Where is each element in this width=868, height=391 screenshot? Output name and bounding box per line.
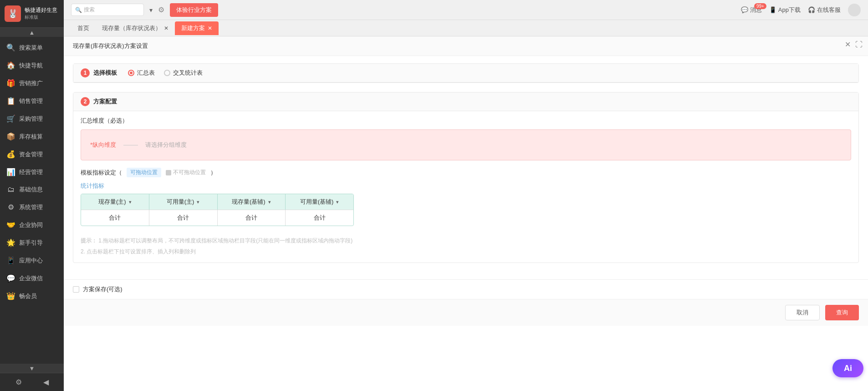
- tabs-bar: 首页 现存量（库存状况表） ✕ 新建方案 ✕: [64, 20, 868, 36]
- sidebar-scroll-up[interactable]: ▲: [0, 28, 64, 37]
- sidebar-item-label: 销售管理: [19, 97, 43, 105]
- stat-col-0[interactable]: 现存量(主) ▾: [81, 194, 149, 210]
- home-icon: 🏠: [6, 61, 15, 70]
- logo-icon: 🐰: [5, 5, 21, 22]
- step1-block: 1 选择模板 汇总表 交叉统计表: [73, 63, 859, 83]
- purchase-icon: 🛒: [6, 114, 15, 123]
- stat-cell-0: 合计: [81, 210, 149, 226]
- message-button[interactable]: 💬 消息 99+: [741, 6, 762, 14]
- message-icon: 💬: [741, 6, 748, 13]
- search-menu-icon: 🔍: [6, 43, 15, 52]
- logo-text: 畅捷通好生意: [25, 7, 57, 14]
- topbar-dropdown-icon[interactable]: ▾: [149, 6, 153, 14]
- stat-cell-2: 合计: [218, 210, 286, 226]
- sidebar-item-label: 新手引导: [19, 239, 43, 247]
- step2-title: 方案配置: [93, 98, 117, 106]
- sidebar-item-wechat[interactable]: 💬 企业微信: [0, 269, 64, 287]
- sidebar-item-quick-nav[interactable]: 🏠 快捷导航: [0, 57, 64, 74]
- sidebar-item-label: 资金管理: [19, 150, 43, 159]
- close-panel-button[interactable]: ✕: [845, 40, 851, 49]
- step1-title: 选择模板: [93, 69, 117, 77]
- sales-icon: 📋: [6, 97, 15, 105]
- tab-close-inventory[interactable]: ✕: [164, 25, 168, 31]
- sidebar-item-marketing[interactable]: 🎁 营销推广: [0, 74, 64, 92]
- finance-icon: 💰: [6, 150, 15, 159]
- basic-info-icon: 🗂: [6, 185, 15, 194]
- metrics-config-row: 模板指标设定（ 可拖动位置 不可拖动位置 ）: [81, 168, 851, 177]
- stat-cell-3: 合计: [286, 210, 353, 226]
- sidebar-item-finance[interactable]: 💰 资金管理: [0, 145, 64, 163]
- sidebar-nav: 🔍 搜索菜单 🏠 快捷导航 🎁 营销推广 📋 销售管理 🛒 采购管理 📦 库存核…: [0, 37, 64, 364]
- service-button[interactable]: 🎧 在线客服: [808, 6, 841, 14]
- logo-badge: 标准版: [25, 14, 57, 21]
- system-icon: ⚙: [6, 203, 15, 211]
- sidebar-item-label: 快捷导航: [19, 62, 43, 70]
- gift-icon: 🎁: [6, 79, 15, 87]
- tip-label: 提示： 1.拖动标题栏可以调整布局，不可跨维度或指标区域拖动栏目字段(只能在同一…: [81, 235, 851, 246]
- radio-crosstab[interactable]: 交叉统计表: [164, 69, 203, 77]
- sidebar-item-newbie[interactable]: 🌟 新手引导: [0, 234, 64, 252]
- radio-dot-crosstab: [164, 70, 170, 76]
- collapse-icon[interactable]: ◀: [43, 378, 49, 386]
- expand-panel-button[interactable]: ⛶: [855, 41, 863, 49]
- stat-col-3[interactable]: 可用量(基辅) ▾: [286, 194, 353, 210]
- sidebar-item-system[interactable]: ⚙ 系统管理: [0, 198, 64, 216]
- sidebar-item-label: 搜索菜单: [19, 44, 43, 52]
- sidebar-item-inventory[interactable]: 📦 库存核算: [0, 128, 64, 145]
- step2-block: 2 方案配置 汇总维度（必选） *纵向维度 —— 请选择分组维度: [73, 92, 859, 263]
- topbar-gear-icon[interactable]: ⚙: [158, 5, 164, 14]
- topbar-right: 💬 消息 99+ 📱 App下载 🎧 在线客服: [741, 4, 861, 16]
- sidebar-item-member[interactable]: 👑 畅会员: [0, 287, 64, 305]
- sidebar-logo: 🐰 畅捷通好生意 标准版: [0, 0, 64, 28]
- sidebar-item-search-menu[interactable]: 🔍 搜索菜单: [0, 39, 64, 57]
- stat-col-1[interactable]: 可用量(主) ▾: [149, 194, 218, 210]
- sidebar-item-label: 企业微信: [19, 274, 43, 283]
- search-bar[interactable]: 🔍 搜索: [71, 4, 144, 16]
- draggable-badge: 可拖动位置: [127, 168, 161, 177]
- sidebar-item-app-center[interactable]: 📱 应用中心: [0, 252, 64, 269]
- non-draggable-badge: 不可拖动位置: [166, 169, 206, 176]
- stat-col-2[interactable]: 现存量(基辅) ▾: [218, 194, 286, 210]
- app-download-button[interactable]: 📱 App下载: [769, 6, 801, 14]
- sidebar-scroll-down[interactable]: ▼: [0, 364, 64, 373]
- settings-icon[interactable]: ⚙: [15, 378, 22, 386]
- tab-home[interactable]: 首页: [71, 21, 96, 35]
- sidebar-item-label: 畅会员: [19, 292, 37, 300]
- sidebar-item-basic-info[interactable]: 🗂 基础信息: [0, 181, 64, 198]
- panel-controls: ✕ ⛶: [845, 40, 863, 49]
- query-button[interactable]: 查询: [825, 305, 859, 320]
- content-panel: ✕ ⛶ 现存量(库存状况表)方案设置 1 选择模板 汇总表: [64, 36, 868, 391]
- service-icon: 🎧: [808, 6, 815, 13]
- chevron-down-icon-2: ▾: [268, 199, 271, 205]
- tab-close-new-plan[interactable]: ✕: [208, 25, 212, 31]
- tab-inventory-status[interactable]: 现存量（库存状况表） ✕: [96, 21, 175, 35]
- sidebar-item-label: 库存核算: [19, 133, 43, 141]
- statistics-table: 现存量(主) ▾ 可用量(主) ▾ 现存量(基辅) ▾: [81, 194, 354, 226]
- radio-summary[interactable]: 汇总表: [128, 69, 155, 77]
- tips-block: 提示： 1.拖动标题栏可以调整布局，不可跨维度或指标区域拖动栏目字段(只能在同一…: [81, 235, 851, 257]
- avatar[interactable]: [848, 4, 861, 16]
- metrics-config-label: 模板指标设定（: [81, 169, 122, 177]
- search-placeholder: 搜索: [84, 6, 95, 14]
- ai-button[interactable]: Ai: [832, 359, 863, 377]
- sidebar-item-purchase[interactable]: 🛒 采购管理: [0, 110, 64, 128]
- sidebar-item-sales[interactable]: 📋 销售管理: [0, 92, 64, 110]
- save-checkbox[interactable]: [73, 286, 79, 293]
- app-download-icon: 📱: [769, 6, 776, 13]
- sidebar-item-cooperation[interactable]: 🤝 企业协同: [0, 216, 64, 234]
- tab-new-plan[interactable]: 新建方案 ✕: [175, 21, 219, 35]
- trial-button[interactable]: 体验行业方案: [170, 3, 218, 17]
- panel-body: 1 选择模板 汇总表 交叉统计表: [64, 56, 868, 279]
- sidebar-item-label: 应用中心: [19, 257, 43, 265]
- operations-icon: 📊: [6, 168, 15, 176]
- stat-table-header: 现存量(主) ▾ 可用量(主) ▾ 现存量(基辅) ▾: [81, 194, 353, 210]
- cooperation-icon: 🤝: [6, 221, 15, 229]
- step1-header: 1 选择模板 汇总表 交叉统计表: [73, 64, 858, 82]
- sidebar-item-operations[interactable]: 📊 经营管理: [0, 163, 64, 181]
- save-option-row: 方案保存(可选): [64, 279, 868, 299]
- app-center-icon: 📱: [6, 256, 15, 265]
- cancel-button[interactable]: 取消: [785, 305, 820, 320]
- message-badge: 99+: [754, 3, 766, 9]
- dimension-box[interactable]: *纵向维度 —— 请选择分组维度: [81, 129, 851, 160]
- summary-label: 汇总维度（必选）: [81, 117, 851, 125]
